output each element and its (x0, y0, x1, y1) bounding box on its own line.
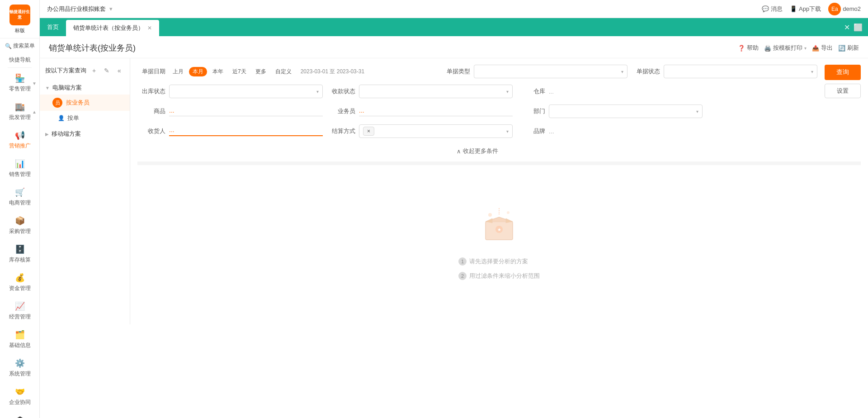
marketing-icon: 📢 (15, 130, 25, 140)
settlement-tag[interactable]: × (363, 127, 374, 136)
add-scheme-btn[interactable]: + (89, 66, 99, 76)
retail-label: 零售管理 (9, 85, 31, 93)
industry-dropdown-arrow[interactable]: ▾ (109, 5, 113, 12)
active-scheme-label: 按业务员 (66, 99, 90, 107)
sidebar-item-operations[interactable]: 📈 经营管理 (0, 297, 39, 325)
settlement-tag-close[interactable]: × (367, 128, 370, 134)
status-filter-select[interactable]: ▾ (664, 65, 817, 78)
tab-close-icon[interactable]: ✕ (147, 25, 152, 31)
warehouse-ellipsis[interactable]: ... (549, 88, 554, 95)
date-btn-custom[interactable]: 自定义 (272, 66, 295, 77)
consignee-ellipsis[interactable]: ... (169, 126, 175, 133)
basic-label: 基础信息 (9, 342, 31, 349)
ecommerce-label: 电商管理 (9, 199, 31, 207)
pc-group-header[interactable]: ▼ 电脑端方案 (40, 81, 130, 95)
brand-ellipsis[interactable]: ... (549, 128, 554, 135)
help-btn[interactable]: ❓ 帮助 (738, 44, 759, 52)
operations-icon: 📈 (15, 301, 25, 311)
message-btn[interactable]: 💬 消息 (762, 5, 783, 13)
date-btn-last-month[interactable]: 上月 (169, 66, 187, 77)
collapse-panel-btn[interactable]: « (114, 66, 124, 76)
date-filter: 上月 本月 本年 近7天 更多 自定义 2023-03-01 至 2023-03… (169, 66, 364, 77)
date-range-display: 2023-03-01 至 2023-03-31 (301, 68, 364, 76)
filter-row-2: 出库状态 ▾ 收款状态 ▾ 仓库 (137, 85, 817, 98)
tab-home-label: 首页 (47, 23, 59, 31)
sub-item-label: 按单 (67, 114, 79, 122)
template-print-icon: 🖨️ (764, 45, 771, 52)
empty-tips: 1 请先选择要分析的方案 2 用过滤条件来缩小分析范围 (458, 256, 540, 282)
sales-label: 销售管理 (9, 171, 31, 178)
settings-btn[interactable]: 设置 (825, 84, 861, 98)
date-btn-this-year[interactable]: 本年 (209, 66, 227, 77)
topbar-left: 办公用品行业模拟账套 ▾ (47, 5, 113, 13)
type-filter-select[interactable]: ▾ (474, 65, 627, 78)
sidebar-item-marketing[interactable]: 📢 营销推广 (0, 126, 39, 154)
tab-close-all-icon[interactable]: ✕ (844, 23, 850, 32)
dept-label: 部门 (513, 107, 549, 115)
brand-field: ... (549, 128, 703, 135)
mobile-group-label: 移动端方案 (52, 130, 81, 138)
app-download-btn[interactable]: 📱 App下载 (790, 5, 821, 13)
wholesale-icon: 🏬 (15, 102, 25, 112)
goods-ellipsis[interactable]: ... (169, 107, 175, 114)
scheme-sub-item-by-order[interactable]: 👤 按单 (40, 111, 130, 125)
mobile-scheme-group: ▶ 移动端方案 (40, 127, 130, 141)
dept-select[interactable]: ▾ (549, 104, 703, 118)
sidebar-item-basic[interactable]: 🗂️ 基础信息 (0, 325, 39, 354)
collapse-filter-btn[interactable]: ∧ 收起更多条件 (457, 144, 498, 158)
warehouse-field: ... (549, 88, 703, 95)
brand-label: 品牌 (513, 127, 549, 135)
search-menu-item[interactable]: 🔍 搜索菜单 (0, 38, 39, 53)
action-btn-group: 查询 设置 (825, 65, 861, 98)
query-btn[interactable]: 查询 (825, 65, 861, 80)
sidebar-item-purchase[interactable]: 📦 采购管理 (0, 211, 39, 240)
refresh-btn[interactable]: 🔄 刷新 (838, 44, 859, 52)
sidebar-item-finance[interactable]: 💰 资金管理 (0, 268, 39, 297)
sidebar-item-ecommerce[interactable]: 🛒 电商管理 (0, 183, 39, 211)
sidebar-item-wholesale[interactable]: 🏬 批发管理 ▲ (0, 97, 39, 126)
sidebar-item-inventory[interactable]: 🗄️ 库存核算 (0, 240, 39, 268)
date-btn-7days[interactable]: 近7天 (229, 66, 250, 77)
search-menu-label: 搜索菜单 (13, 42, 35, 50)
date-btn-this-month[interactable]: 本月 (189, 67, 207, 76)
settlement-arrow: ▾ (506, 129, 509, 134)
active-scheme-dot: 员 (52, 98, 62, 108)
tab-sales-stats[interactable]: 销货单统计表（按业务员） ✕ (66, 20, 159, 36)
consignee-label: 收货人 (137, 127, 169, 135)
user-avatar: Ea (828, 3, 841, 15)
collapse-icon: ∧ (457, 148, 461, 155)
out-status-select[interactable]: ▾ (169, 85, 323, 98)
sidebar-logo: 畅捷通好生意 标版 (0, 0, 39, 38)
date-btn-more[interactable]: 更多 (252, 66, 270, 77)
sidebar-item-sales[interactable]: 📊 销售管理 (0, 154, 39, 183)
edit-scheme-btn[interactable]: ✎ (102, 66, 112, 76)
sidebar-item-newbie[interactable]: 🎓 新手引导 (0, 411, 39, 418)
export-btn[interactable]: 📤 导出 (812, 44, 833, 52)
out-status-arrow: ▾ (316, 89, 319, 94)
template-print-btn[interactable]: 🖨️ 按模板打印 ▾ (764, 44, 807, 52)
sidebar-item-retail[interactable]: 🏪 零售管理 ▼ (0, 69, 39, 97)
mobile-group-header[interactable]: ▶ 移动端方案 (40, 127, 130, 141)
settlement-select[interactable]: × ▾ (359, 124, 513, 138)
tab-home[interactable]: 首页 (40, 18, 66, 36)
retail-icon: 🏪 (15, 73, 25, 83)
system-label: 系统管理 (9, 370, 31, 378)
sidebar-divider-1 (8, 67, 31, 68)
logo-icon: 畅捷通好生意 (9, 5, 30, 25)
tab-maximize-icon[interactable]: ⬜ (854, 23, 863, 32)
quick-nav-item[interactable]: 快捷导航 (0, 53, 39, 66)
staff-ellipsis[interactable]: ... (359, 107, 364, 114)
help-label: 帮助 (747, 44, 759, 52)
filter-row-4: 收货人 ... 结算方式 × (137, 124, 817, 138)
sidebar-item-system[interactable]: ⚙️ 系统管理 (0, 354, 39, 382)
scheme-item-by-staff[interactable]: 员 按业务员 (40, 95, 130, 111)
dept-arrow: ▾ (696, 109, 698, 114)
sidebar-item-enterprise[interactable]: 🤝 企业协同 (0, 382, 39, 411)
export-label: 导出 (821, 44, 833, 52)
tabsbar-right: ✕ ⬜ (844, 23, 868, 32)
receive-status-select[interactable]: ▾ (359, 85, 513, 98)
svg-point-4 (507, 211, 509, 214)
user-menu[interactable]: Ea demo2 (828, 3, 861, 15)
inventory-icon: 🗄️ (15, 244, 25, 254)
topbar: 办公用品行业模拟账套 ▾ 💬 消息 📱 App下载 Ea demo2 (40, 0, 868, 18)
